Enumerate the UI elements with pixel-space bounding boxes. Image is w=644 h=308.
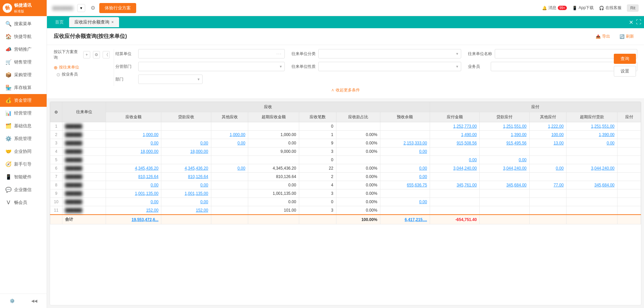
table-cell[interactable]: 810,126.64 — [161, 173, 211, 181]
settings-gear-icon[interactable]: ⚙ — [91, 5, 95, 11]
table-cell[interactable]: 4,345,436.20 — [106, 164, 161, 173]
edit-scheme-btn[interactable]: ⚙ — [93, 51, 100, 58]
table-row: 4██████18,000.0018,000.009,000.0030.00%0… — [50, 147, 641, 156]
table-cell[interactable]: 0.00 — [480, 156, 529, 164]
sidebar-item-sales[interactable]: 🛒 销售管理 — [0, 56, 47, 69]
total-cell[interactable]: 19,553,472,6... — [106, 215, 161, 224]
table-cell[interactable]: 0.00 — [211, 139, 248, 147]
sidebar-item-operation[interactable]: 📊 经营管理 — [0, 107, 47, 120]
table-cell[interactable]: 0.00 — [106, 198, 161, 206]
settlement-input[interactable]: ··· — [138, 49, 285, 58]
tab-close-icon[interactable]: × — [111, 20, 114, 25]
table-cell[interactable]: 1,252,773.00 — [430, 122, 480, 131]
export-button[interactable]: 📤 导出 — [592, 32, 613, 41]
scheme-item-by-salesperson[interactable]: ⊙ 按业务员 — [56, 72, 110, 77]
table-cell[interactable]: 1,390.00 — [480, 131, 529, 139]
table-cell[interactable]: 655,636.75 — [380, 181, 430, 189]
tab-home[interactable]: 首页 — [50, 17, 69, 27]
department-input[interactable]: ▾ — [138, 75, 203, 84]
unit-nature-input[interactable]: ▾ — [318, 62, 461, 71]
table-cell[interactable]: 0.00 — [380, 198, 430, 206]
tab-close-window-icon[interactable]: ✕ — [629, 19, 633, 26]
unit-category-input[interactable]: ▾ — [318, 49, 461, 58]
table-area[interactable]: ⚙ 往来单位 应收 应付 应收金额 贷款应收 其他应收 超期应收金额 应收笔数 … — [50, 101, 641, 305]
user-menu[interactable]: Rit — [627, 4, 639, 12]
table-cell[interactable]: 3,044,240.00 — [480, 164, 529, 173]
table-cell: ██████ — [62, 131, 106, 139]
table-cell[interactable]: 13.00 — [529, 139, 567, 147]
sidebar-item-collab[interactable]: 🤝 企业协同 — [0, 145, 47, 158]
table-cell[interactable]: 915,495.56 — [480, 139, 529, 147]
collapse-bar[interactable]: ∧ 收起更多条件 — [54, 86, 637, 94]
table-cell[interactable]: 0.00 — [380, 173, 430, 181]
sidebar-item-quicknav[interactable]: 🏠 快捷导航 — [0, 30, 47, 43]
table-cell[interactable]: 2,153,333.00 — [380, 139, 430, 147]
sidebar-item-marketing[interactable]: 📣 营销推广 — [0, 43, 47, 56]
sidebar-item-basic[interactable]: 🗂️ 基础信息 — [0, 120, 47, 132]
sidebar-item-inventory[interactable]: 🏪 库存核算 — [0, 81, 47, 94]
table-cell[interactable]: 1,000.00 — [211, 131, 248, 139]
refresh-button[interactable]: 🔄 刷新 — [616, 32, 637, 41]
table-cell — [106, 122, 161, 131]
sidebar-item-wechat[interactable]: 💬 企业微信 — [0, 183, 47, 196]
table-cell[interactable]: 18,000.00 — [106, 147, 161, 156]
scheme-item-by-unit[interactable]: ⊕ 按往来单位 — [54, 64, 110, 70]
table-cell[interactable]: 0.00 — [529, 164, 567, 173]
tab-arbalance[interactable]: 应收应付余额查询 × — [69, 17, 119, 27]
table-cell[interactable]: 4,345,436.20 — [161, 164, 211, 173]
table-cell[interactable]: 0.00 — [430, 156, 480, 164]
add-scheme-btn[interactable]: + — [83, 51, 90, 58]
sidebar-item-search[interactable]: 🔍 搜索菜单 — [0, 17, 47, 30]
sidebar-item-vip[interactable]: Ⅴ 畅会员 — [0, 196, 47, 209]
table-cell[interactable]: 100.00 — [529, 131, 567, 139]
table-cell[interactable]: 1,222.00 — [529, 122, 567, 131]
promo-button[interactable]: 体验行业方案 — [99, 3, 136, 13]
table-cell[interactable]: 0.00 — [380, 164, 430, 173]
table-cell[interactable]: 0.00 — [161, 198, 211, 206]
table-cell[interactable]: 0.00 — [106, 139, 161, 147]
table-cell[interactable]: 1,251,551.00 — [567, 122, 618, 131]
table-cell[interactable]: 0.00 — [567, 139, 618, 147]
col-header-rownum[interactable]: ⚙ — [50, 102, 62, 122]
breadcrumb-dropdown[interactable]: ▾ — [77, 4, 85, 12]
dept-input[interactable]: ▾ — [138, 62, 285, 71]
sidebar-item-guide[interactable]: 🧭 新手引导 — [0, 158, 47, 171]
sidebar-item-purchase[interactable]: 📦 采购管理 — [0, 69, 47, 81]
sidebar-item-finance[interactable]: 💰 资金管理 — [0, 94, 47, 107]
table-cell[interactable]: 1,390.00 — [567, 131, 618, 139]
table-cell[interactable]: 0.00 — [161, 181, 211, 189]
table-cell[interactable]: 152.00 — [161, 206, 211, 215]
table-cell[interactable]: 0.00 — [211, 164, 248, 173]
customer-service-btn[interactable]: 🎧 在线客服 — [599, 5, 622, 11]
table-cell[interactable]: 345,684.00 — [480, 181, 529, 189]
table-cell[interactable]: 3,044,240.00 — [567, 164, 618, 173]
table-cell[interactable]: 1,490.00 — [430, 131, 480, 139]
sidebar-item-hardware[interactable]: 📱 智能硬件 — [0, 171, 47, 183]
setting-button[interactable]: 设置 — [614, 66, 636, 77]
table-cell[interactable]: 0.00 — [380, 147, 430, 156]
settings-col-icon[interactable]: ⚙ — [54, 110, 58, 115]
table-cell[interactable]: 810,126.64 — [106, 173, 161, 181]
table-cell[interactable]: 18,000.00 — [161, 147, 211, 156]
notifications-btn[interactable]: 🔔 消息 99+ — [542, 5, 567, 11]
tab-maximize-icon[interactable]: ⛶ — [636, 19, 641, 25]
more-scheme-btn[interactable]: 《 — [103, 51, 110, 58]
query-button[interactable]: 查询 — [614, 54, 636, 64]
sidebar-item-system[interactable]: ⚙️ 系统管理 — [0, 132, 47, 145]
footer-collapse-btn[interactable]: ◀◀ — [25, 297, 44, 305]
total-cell[interactable]: 6,417,215.... — [380, 215, 430, 224]
table-cell[interactable]: 1,251,551.00 — [480, 122, 529, 131]
table-cell[interactable]: 1,000.00 — [106, 131, 161, 139]
table-cell[interactable]: 152.00 — [106, 206, 161, 215]
app-download-btn[interactable]: 📱 App下载 — [572, 5, 594, 11]
table-cell[interactable]: 345,684.00 — [567, 181, 618, 189]
table-cell[interactable]: 1,001,135.00 — [161, 189, 211, 198]
footer-settings-btn[interactable]: ⚙️ — [3, 297, 22, 305]
table-cell[interactable]: 0.00 — [106, 181, 161, 189]
table-cell[interactable]: 3,044,240.00 — [430, 164, 480, 173]
table-cell[interactable]: 0.00 — [161, 139, 211, 147]
table-cell[interactable]: 77.00 — [529, 181, 567, 189]
table-cell[interactable]: 345,761.00 — [430, 181, 480, 189]
table-cell[interactable]: 1,001,135.00 — [106, 189, 161, 198]
table-cell[interactable]: 915,508.56 — [430, 139, 480, 147]
